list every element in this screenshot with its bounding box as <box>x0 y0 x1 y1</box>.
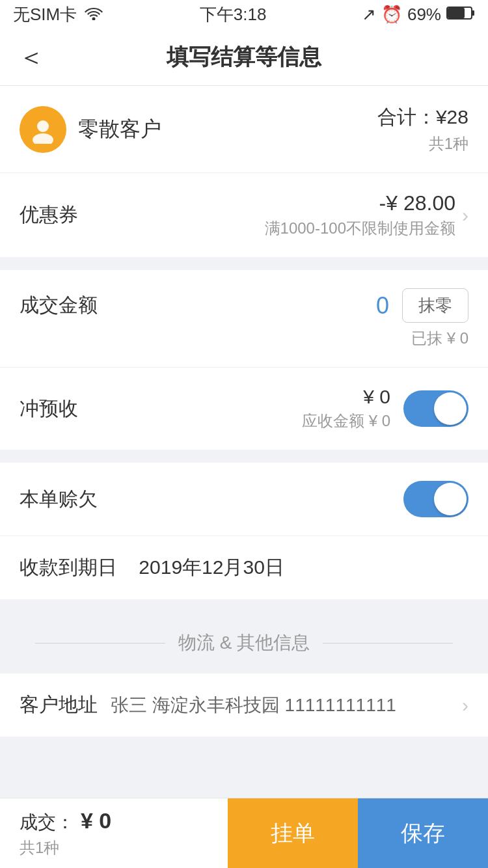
wifi-icon <box>83 5 104 25</box>
deal-label: 成交： <box>20 810 74 835</box>
svg-rect-3 <box>448 8 465 18</box>
nav-bar: ＜ 填写结算等信息 <box>0 29 488 86</box>
advance-right: ¥ 0 应收金额 ¥ 0 <box>302 386 468 431</box>
advance-info: ¥ 0 应收金额 ¥ 0 <box>302 386 390 431</box>
advance-row: 冲预收 ¥ 0 应收金额 ¥ 0 <box>0 367 488 450</box>
total-count: 共1种 <box>377 133 468 154</box>
status-right: ↗ ⏰ 69% <box>362 5 475 25</box>
amount-row-container: 成交金额 0 抹零 已抹 ¥ 0 <box>0 270 488 367</box>
logistics-line-right <box>323 643 453 644</box>
bottom-bar: 成交： ¥ 0 共1种 挂单 保存 <box>0 798 488 868</box>
carrier-text: 无SIM卡 <box>13 3 77 26</box>
section-gap-3 <box>0 599 488 612</box>
due-date-value: 2019年12月30日 <box>139 556 284 578</box>
time-display: 下午3:18 <box>200 3 267 26</box>
svg-point-4 <box>37 120 49 132</box>
coupon-info: -¥ 28.00 满1000-100不限制使用金额 <box>265 191 455 239</box>
advance-amount: ¥ 0 <box>302 386 390 408</box>
bottom-count: 共1种 <box>20 837 208 858</box>
status-left: 无SIM卡 <box>13 3 104 26</box>
coupon-discount: -¥ 28.00 <box>265 191 455 215</box>
svg-point-5 <box>33 133 53 144</box>
amount-label: 成交金额 <box>20 292 98 319</box>
customer-name: 零散客户 <box>78 115 161 144</box>
battery-icon <box>446 5 475 25</box>
amount-section: 成交金额 0 抹零 已抹 ¥ 0 冲预收 ¥ 0 应收金额 ¥ 0 <box>0 270 488 450</box>
status-bar: 无SIM卡 下午3:18 ↗ ⏰ 69% <box>0 0 488 29</box>
advance-toggle[interactable] <box>403 390 468 427</box>
save-button[interactable]: 保存 <box>358 798 488 869</box>
debt-row: 本单赊欠 <box>0 463 488 536</box>
amount-value: 0 <box>376 292 389 319</box>
section-gap-1 <box>0 257 488 270</box>
customer-left: 零散客户 <box>20 106 161 153</box>
debt-label: 本单赊欠 <box>20 486 98 513</box>
page-title: 填写结算等信息 <box>167 42 321 72</box>
section-gap-2 <box>0 450 488 463</box>
due-date-row: 收款到期日 2019年12月30日 <box>0 536 488 599</box>
debt-toggle[interactable] <box>403 481 468 517</box>
hang-order-button[interactable]: 挂单 <box>228 798 358 869</box>
address-value: 张三 海淀永丰科技园 11111111111 <box>111 693 462 718</box>
coupon-label: 优惠券 <box>20 202 78 228</box>
chevron-right-icon: › <box>462 204 468 226</box>
bottom-info: 成交： ¥ 0 共1种 <box>0 808 228 858</box>
address-chevron-icon: › <box>462 694 468 716</box>
toggle-circle <box>434 392 467 425</box>
bottom-deal: 成交： ¥ 0 <box>20 808 208 835</box>
amount-right: 0 抹零 <box>376 288 468 323</box>
deal-amount: ¥ 0 <box>81 808 111 834</box>
amount-row: 成交金额 0 抹零 <box>20 288 468 323</box>
due-date-label: 收款到期日 2019年12月30日 <box>20 556 284 578</box>
advance-receivable: 应收金额 ¥ 0 <box>302 411 390 431</box>
logistics-section: 物流 & 其他信息 <box>0 612 488 673</box>
advance-label: 冲预收 <box>20 396 78 422</box>
svg-point-0 <box>92 17 96 20</box>
address-row[interactable]: 客户地址 张三 海淀永丰科技园 11111111111 › <box>0 673 488 737</box>
customer-right: 合计：¥28 共1种 <box>377 104 468 154</box>
customer-row: 零散客户 合计：¥28 共1种 <box>0 86 488 172</box>
debt-toggle-circle <box>434 483 467 515</box>
total-amount: 合计：¥28 <box>377 104 468 131</box>
avatar <box>20 106 66 153</box>
debt-section: 本单赊欠 收款到期日 2019年12月30日 <box>0 463 488 599</box>
logistics-title: 物流 & 其他信息 <box>20 631 468 655</box>
alarm-icon: ⏰ <box>381 5 402 25</box>
coupon-description: 满1000-100不限制使用金额 <box>265 218 455 239</box>
location-icon: ↗ <box>362 5 376 25</box>
back-button[interactable]: ＜ <box>18 39 44 75</box>
coupon-right: -¥ 28.00 满1000-100不限制使用金额 › <box>265 191 468 239</box>
address-label: 客户地址 <box>20 692 98 718</box>
svg-rect-2 <box>472 10 474 16</box>
customer-section: 零散客户 合计：¥28 共1种 优惠券 -¥ 28.00 满1000-100不限… <box>0 86 488 257</box>
battery-text: 69% <box>407 5 441 25</box>
logistics-line-left <box>35 643 165 644</box>
amount-sub-text: 已抹 ¥ 0 <box>20 328 468 349</box>
round-off-button[interactable]: 抹零 <box>402 288 468 323</box>
coupon-row[interactable]: 优惠券 -¥ 28.00 满1000-100不限制使用金额 › <box>0 172 488 257</box>
